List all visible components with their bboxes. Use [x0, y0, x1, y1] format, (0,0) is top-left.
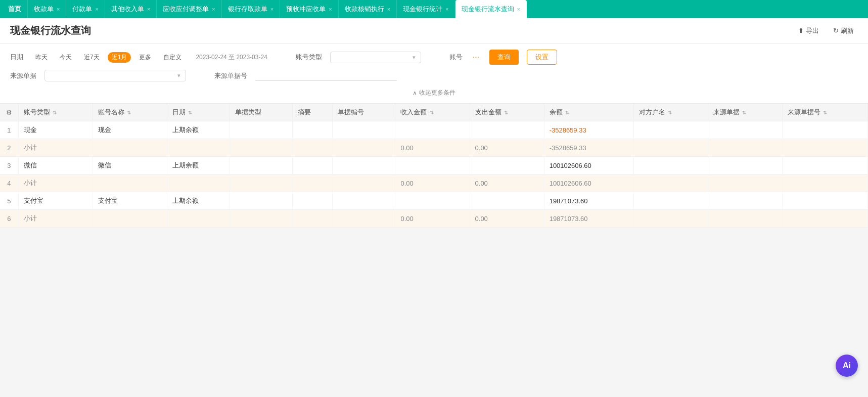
table-row: 4 小计 0.00 0.00 100102606.60 [0, 174, 868, 192]
nav-cash-stat[interactable]: 现金银行统计 × [397, 0, 455, 18]
cell-income [395, 192, 470, 210]
col-source-doc-no[interactable]: 来源单据号 ⇅ [782, 104, 867, 121]
source-doc-select[interactable]: ▾ [44, 70, 186, 81]
date-custom[interactable]: 自定义 [159, 52, 186, 63]
row-num: 5 [0, 192, 18, 210]
cell-balance: -3528659.33 [544, 139, 633, 157]
cell-account-name: 现金 [93, 121, 167, 139]
export-icon: ⬆ [798, 27, 804, 34]
close-icon[interactable]: × [445, 6, 448, 12]
nav-ar-ap-adjust[interactable]: 应收应付调整单 × [157, 0, 221, 18]
cell-doc-no [333, 139, 395, 157]
nav-bank-deposit[interactable]: 银行存取款单 × [222, 0, 280, 18]
close-icon[interactable]: × [212, 6, 215, 12]
cell-account-type: 微信 [18, 157, 93, 174]
cell-date: 上期余额 [167, 121, 230, 139]
cell-doc-type [230, 192, 292, 210]
chevron-down-icon: ▾ [413, 54, 416, 61]
date-more[interactable]: 更多 [135, 52, 155, 63]
settings-button[interactable]: 设置 [527, 50, 557, 65]
cell-account-type: 支付宝 [18, 192, 93, 210]
cell-doc-no [333, 210, 395, 228]
table-row: 2 小计 0.00 0.00 -3528659.33 [0, 139, 868, 157]
cell-balance: 100102606.60 [544, 174, 633, 192]
cell-source-doc-no [782, 192, 867, 210]
date-1month[interactable]: 近1月 [108, 52, 131, 63]
cell-account-name [93, 210, 167, 228]
row-num: 6 [0, 210, 18, 228]
cell-account-type: 小计 [18, 210, 93, 228]
cell-source-doc [708, 139, 782, 157]
cell-income: 0.00 [395, 174, 470, 192]
close-icon[interactable]: × [95, 6, 98, 12]
close-icon[interactable]: × [387, 6, 390, 12]
cell-summary [292, 210, 333, 228]
row-num: 2 [0, 139, 18, 157]
source-doc-num-input[interactable] [255, 71, 397, 81]
table-row: 5 支付宝 支付宝 上期余额 19871073.60 [0, 192, 868, 210]
col-settings[interactable]: ⚙ [0, 104, 18, 121]
collapse-bar[interactable]: ∧ 收起更多条件 [10, 86, 858, 97]
close-icon[interactable]: × [329, 6, 332, 12]
col-account-type[interactable]: 账号类型 ⇅ [18, 104, 93, 121]
nav-receipt-verify[interactable]: 收款核销执行 × [339, 0, 397, 18]
table-row: 1 现金 现金 上期余额 -3528659.33 [0, 121, 868, 139]
close-icon[interactable]: × [270, 6, 273, 12]
account-type-label: 账号类型 [296, 53, 322, 62]
table-body: 1 现金 现金 上期余额 -3528659.33 2 小计 0.00 0.00 … [0, 121, 868, 228]
date-7days[interactable]: 近7天 [80, 52, 104, 63]
cell-date [167, 139, 230, 157]
cell-summary [292, 121, 333, 139]
table-row: 6 小计 0.00 0.00 19871073.60 [0, 210, 868, 228]
cell-source-doc-no [782, 157, 867, 174]
nav-payment[interactable]: 付款单 × [66, 0, 105, 18]
cell-date [167, 210, 230, 228]
refresh-button[interactable]: ↻ 刷新 [829, 24, 858, 37]
cell-doc-no [333, 157, 395, 174]
account-dots-button[interactable]: ··· [471, 53, 481, 62]
cell-expense [470, 192, 544, 210]
cell-expense: 0.00 [470, 210, 544, 228]
col-balance[interactable]: 余额 ⇅ [544, 104, 633, 121]
query-button[interactable]: 查询 [489, 50, 519, 65]
date-today[interactable]: 今天 [56, 52, 76, 63]
cell-balance: 19871073.60 [544, 210, 633, 228]
col-counterpart[interactable]: 对方户名 ⇅ [633, 104, 708, 121]
cell-doc-type [230, 210, 292, 228]
cell-doc-no [333, 174, 395, 192]
cell-account-name: 支付宝 [93, 192, 167, 210]
nav-pre-receipt[interactable]: 预收冲应收单 × [280, 0, 338, 18]
date-shortcuts: 昨天 今天 近7天 近1月 更多 自定义 [31, 52, 186, 63]
cell-doc-type [230, 121, 292, 139]
close-icon[interactable]: × [517, 6, 520, 12]
date-label: 日期 [10, 53, 23, 62]
cell-income [395, 121, 470, 139]
close-icon[interactable]: × [57, 6, 60, 12]
nav-other-income[interactable]: 其他收入单 × [105, 0, 157, 18]
col-summary: 摘要 [292, 104, 333, 121]
col-source-doc[interactable]: 来源单据 ⇅ [708, 104, 782, 121]
cell-counterpart [633, 121, 708, 139]
cell-source-doc [708, 157, 782, 174]
cell-source-doc [708, 210, 782, 228]
filter-row-1: 日期 昨天 今天 近7天 近1月 更多 自定义 2023-02-24 至 202… [10, 50, 858, 65]
cell-income [395, 157, 470, 174]
row-num: 1 [0, 121, 18, 139]
account-type-select[interactable]: ▾ [330, 52, 421, 63]
date-yesterday[interactable]: 昨天 [31, 52, 52, 63]
nav-receipt[interactable]: 收款单 × [28, 0, 66, 18]
nav-cash-flow[interactable]: 现金银行流水查询 × [455, 0, 527, 18]
source-doc-num-label: 来源单据号 [214, 71, 247, 80]
chevron-up-icon: ∧ [413, 90, 417, 97]
cell-doc-type [230, 174, 292, 192]
export-button[interactable]: ⬆ 导出 [794, 24, 823, 37]
col-income[interactable]: 收入金额 ⇅ [395, 104, 470, 121]
col-date[interactable]: 日期 ⇅ [167, 104, 230, 121]
close-icon[interactable]: × [147, 6, 150, 12]
col-expense[interactable]: 支出金额 ⇅ [470, 104, 544, 121]
cell-date: 上期余额 [167, 157, 230, 174]
nav-home[interactable]: 首页 [2, 0, 28, 18]
col-account-name[interactable]: 账号名称 ⇅ [93, 104, 167, 121]
col-doc-type: 单据类型 [230, 104, 292, 121]
cell-source-doc-no [782, 139, 867, 157]
